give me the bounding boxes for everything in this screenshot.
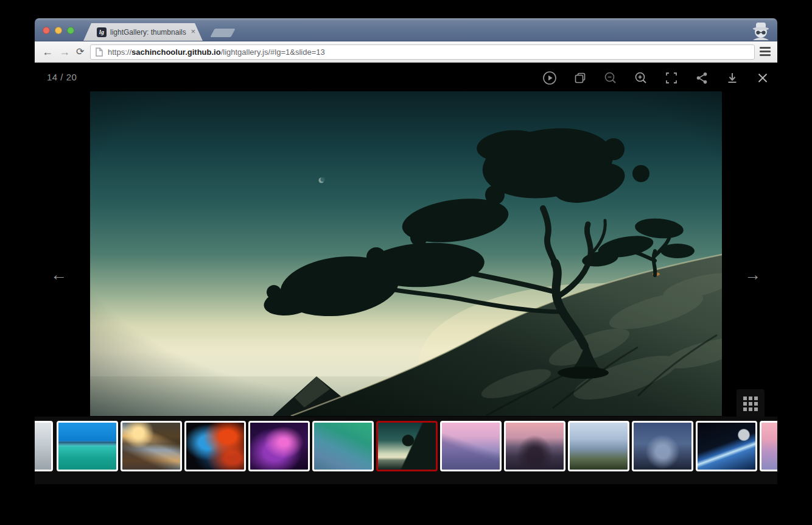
close-window-button[interactable] bbox=[43, 27, 50, 34]
tab-close-icon[interactable]: × bbox=[191, 27, 195, 36]
thumbnail-pink-mountain[interactable] bbox=[760, 421, 777, 471]
thumbnail-half-dome-night[interactable] bbox=[632, 421, 693, 471]
slide-counter: 14 / 20 bbox=[47, 72, 77, 82]
zoom-window-button[interactable] bbox=[67, 27, 74, 34]
zoom-in-button[interactable] bbox=[632, 69, 649, 86]
current-slide-image bbox=[90, 91, 722, 416]
fullscreen-icon bbox=[663, 69, 680, 86]
download-icon bbox=[724, 69, 741, 86]
lightgallery-overlay: 14 / 20 bbox=[35, 63, 777, 484]
thumbnail-purple-aurora-space[interactable] bbox=[248, 421, 310, 471]
browser-tab[interactable]: lg lightGallery: thumbnails × bbox=[83, 23, 203, 41]
tab-title: lightGallery: thumbnails bbox=[110, 28, 186, 37]
autoplay-button[interactable] bbox=[541, 69, 558, 86]
url-scheme: https:// bbox=[108, 48, 131, 57]
prev-slide-button[interactable]: ← bbox=[51, 266, 67, 284]
thumbnail-strip bbox=[35, 417, 777, 484]
stacked-slides-icon bbox=[572, 69, 589, 86]
tab-favicon-icon: lg bbox=[97, 27, 107, 37]
document-icon bbox=[96, 48, 103, 57]
thumbnail-tree-on-hillside[interactable] bbox=[376, 421, 438, 471]
url-path: /lightgallery.js/#lg=1&slide=13 bbox=[221, 48, 325, 57]
thumbnail-orange-paper-boat-on-ice[interactable] bbox=[35, 421, 53, 471]
browser-window: lg lightGallery: thumbnails × ← → ⟳ http… bbox=[35, 18, 777, 484]
incognito-spy-icon bbox=[748, 20, 774, 41]
zoom-out-icon bbox=[602, 69, 619, 86]
thumbnail-turquoise-lake[interactable] bbox=[57, 421, 118, 471]
thumbnail-lake-rocks-sunset[interactable] bbox=[504, 421, 565, 471]
grid-icon bbox=[743, 396, 758, 411]
zoom-in-icon bbox=[632, 69, 649, 86]
slideshow-button[interactable] bbox=[572, 69, 589, 86]
download-button[interactable] bbox=[724, 69, 741, 86]
title-bar: lg lightGallery: thumbnails × bbox=[35, 18, 777, 41]
play-icon bbox=[541, 69, 558, 86]
back-button[interactable]: ← bbox=[42, 44, 53, 59]
share-button[interactable] bbox=[693, 69, 710, 86]
thumbnail-pink-half-dome[interactable] bbox=[440, 421, 502, 471]
new-tab-button[interactable] bbox=[210, 29, 235, 37]
next-slide-button[interactable]: → bbox=[744, 266, 761, 284]
url-host: sachinchoolur.github.io bbox=[131, 48, 221, 57]
thumbnail-red-blue-ink-splash[interactable] bbox=[184, 421, 246, 471]
thumbnail-misty-blue-mountains[interactable] bbox=[568, 421, 629, 471]
thumbnail-green-blue-wave[interactable] bbox=[312, 421, 374, 471]
thumbnail-earth-horizon-from-space[interactable] bbox=[696, 421, 757, 471]
reload-button[interactable]: ⟳ bbox=[76, 44, 84, 59]
share-icon bbox=[693, 69, 710, 86]
thumbnail-sunset-mountain-lake[interactable] bbox=[121, 421, 182, 471]
forward-button[interactable]: → bbox=[59, 44, 70, 59]
thumbnail-toggle-button[interactable] bbox=[737, 389, 765, 418]
menu-hamburger-icon[interactable] bbox=[760, 47, 771, 57]
zoom-out-button[interactable] bbox=[602, 69, 619, 86]
tree-hillside-photo bbox=[90, 91, 722, 416]
fullscreen-button[interactable] bbox=[663, 69, 680, 86]
browser-toolbar: ← → ⟳ https://sachinchoolur.github.io/li… bbox=[35, 41, 777, 63]
minimize-window-button[interactable] bbox=[55, 27, 62, 34]
close-gallery-button[interactable] bbox=[754, 69, 771, 86]
address-bar[interactable]: https://sachinchoolur.github.io/lightgal… bbox=[90, 44, 755, 60]
traffic-lights bbox=[43, 27, 74, 34]
close-icon bbox=[754, 69, 771, 86]
